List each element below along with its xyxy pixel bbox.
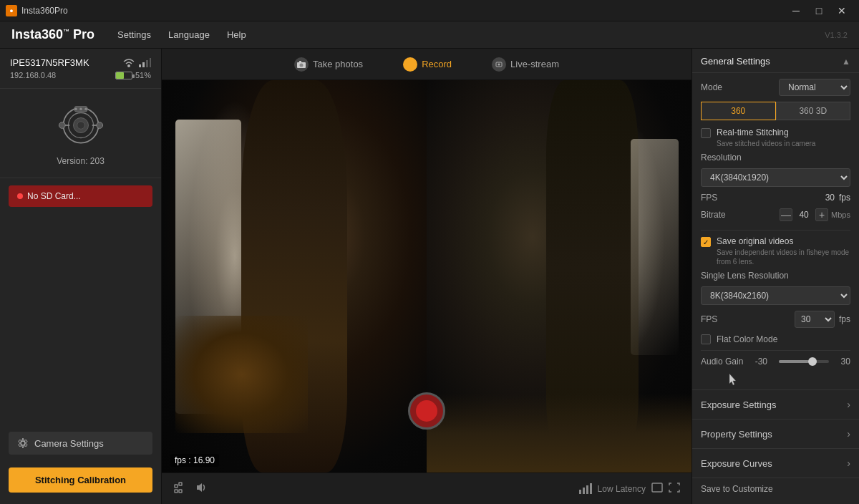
resolution-label: Resolution bbox=[701, 152, 742, 163]
menu-settings[interactable]: Settings bbox=[117, 26, 151, 43]
svg-point-8 bbox=[77, 122, 84, 130]
stream-icon bbox=[495, 61, 503, 68]
audio-icon[interactable] bbox=[195, 481, 208, 496]
single-lens-select[interactable]: 8K(3840x2160) 4K(1920x1080) 2K(960x540) bbox=[701, 286, 850, 305]
window-icon[interactable] bbox=[651, 483, 663, 495]
realtime-stitching-checkbox[interactable] bbox=[701, 128, 711, 138]
tab-360[interactable]: 360 bbox=[701, 102, 776, 120]
cursor-area bbox=[701, 372, 850, 384]
exposure-curves-header[interactable]: Exposure Curves › bbox=[692, 449, 859, 478]
exposure-curves-arrow: › bbox=[847, 457, 850, 469]
general-settings-chevron: ▲ bbox=[842, 57, 850, 67]
record-button-overlay[interactable] bbox=[408, 392, 445, 430]
fisheye-left bbox=[162, 80, 427, 472]
save-customize-label[interactable]: Save to Customize bbox=[701, 484, 773, 494]
svg-point-19 bbox=[300, 63, 304, 67]
version-text: Version: 203 bbox=[57, 156, 105, 166]
maximize-button[interactable]: □ bbox=[807, 0, 830, 21]
device-ip-row: 192.168.0.48 51% bbox=[10, 71, 151, 79]
fps-value-row: 30 fps bbox=[825, 193, 850, 203]
save-original-label: Save original videos bbox=[717, 236, 850, 246]
cursor-arrow-icon bbox=[728, 372, 739, 387]
fullscreen-icon bbox=[669, 483, 680, 493]
close-button[interactable]: ✕ bbox=[830, 0, 853, 21]
svg-rect-2 bbox=[142, 62, 145, 67]
settings-gear-icon bbox=[173, 481, 186, 494]
window-controls: ─ □ ✕ bbox=[785, 0, 853, 21]
settings-icon[interactable] bbox=[173, 481, 186, 496]
stitching-calibration-button[interactable]: Stitching Calibration bbox=[9, 467, 152, 493]
fps2-label: FPS bbox=[701, 314, 717, 324]
fisheye-right bbox=[427, 80, 691, 472]
svg-point-17 bbox=[21, 441, 25, 445]
mode-label: Mode bbox=[701, 82, 722, 92]
mode-select[interactable]: Normal bbox=[779, 79, 850, 96]
camera-settings-button[interactable]: Camera Settings bbox=[9, 432, 152, 455]
record-button[interactable]: Record bbox=[397, 54, 457, 74]
livestream-label: Live-stream bbox=[510, 59, 559, 69]
audio-slider-thumb[interactable] bbox=[808, 357, 817, 366]
bitrate-controls: — 40 + Mbps bbox=[780, 208, 850, 221]
menu-help[interactable]: Help bbox=[227, 26, 246, 43]
audio-gain-slider[interactable] bbox=[779, 360, 829, 363]
svg-point-12 bbox=[96, 122, 102, 129]
svg-rect-26 bbox=[175, 490, 178, 493]
property-settings-header[interactable]: Property Settings › bbox=[692, 420, 859, 448]
flat-color-row: Flat Color Mode bbox=[701, 334, 850, 344]
resolution-label-row: Resolution bbox=[701, 152, 850, 163]
fps-unit: fps bbox=[839, 193, 850, 203]
svg-rect-21 bbox=[406, 62, 412, 67]
property-settings-section: Property Settings › bbox=[692, 419, 859, 448]
livestream-button[interactable]: Live-stream bbox=[486, 54, 565, 74]
camera-icon-area: Version: 203 bbox=[0, 89, 161, 178]
mode-row: Mode Normal bbox=[701, 79, 850, 96]
svg-rect-25 bbox=[179, 483, 182, 485]
signal-icon bbox=[138, 58, 151, 68]
save-original-checkbox[interactable]: ✓ bbox=[701, 237, 711, 247]
device-icons bbox=[122, 58, 151, 68]
record-label: Record bbox=[422, 59, 452, 69]
fps2-select[interactable]: 30 60 24 bbox=[795, 311, 835, 328]
single-lens-label: Single Lens Resolution bbox=[701, 271, 789, 281]
minimize-button[interactable]: ─ bbox=[785, 0, 807, 21]
svg-point-15 bbox=[79, 108, 82, 111]
tab-360-3d[interactable]: 360 3D bbox=[776, 102, 851, 120]
audio-gain-min: -30 bbox=[755, 357, 767, 367]
general-settings-content: Mode Normal 360 360 3D Real-time Stitchi… bbox=[692, 73, 859, 389]
flat-color-label: Flat Color Mode bbox=[717, 334, 777, 344]
svg-point-16 bbox=[84, 108, 87, 111]
fullscreen-icon[interactable] bbox=[669, 483, 680, 495]
take-photos-button[interactable]: Take photos bbox=[288, 54, 369, 74]
bitrate-unit: Mbps bbox=[831, 210, 850, 219]
menu-items: Settings Language Help bbox=[117, 26, 246, 43]
record-icon bbox=[403, 57, 417, 72]
fps-value: 30 bbox=[825, 193, 835, 203]
exposure-curves-section: Exposure Curves › bbox=[692, 448, 859, 478]
title-text: Insta360Pro bbox=[21, 6, 68, 16]
preview-area: Take photos Record Live- bbox=[162, 49, 691, 504]
bitrate-minus-button[interactable]: — bbox=[780, 208, 792, 221]
main-content: IPE5317N5RF3MK 192.168.0. bbox=[0, 49, 859, 504]
svg-point-0 bbox=[127, 64, 130, 67]
preview-toolbar: Take photos Record Live- bbox=[162, 49, 691, 80]
brand-name: Insta360™ Pro bbox=[11, 27, 94, 42]
menu-language[interactable]: Language bbox=[168, 26, 210, 43]
flat-color-checkbox[interactable] bbox=[701, 334, 711, 344]
signal-bars-icon bbox=[579, 483, 592, 494]
record-stop-button[interactable] bbox=[408, 392, 445, 430]
general-settings-title: General Settings bbox=[701, 56, 770, 67]
svg-rect-4 bbox=[150, 58, 151, 67]
svg-rect-20 bbox=[299, 61, 301, 63]
exposure-settings-label: Exposure Settings bbox=[701, 399, 777, 410]
bitrate-plus-button[interactable]: + bbox=[815, 208, 828, 221]
camera-illustration bbox=[56, 100, 106, 150]
exposure-curves-label: Exposure Curves bbox=[701, 458, 772, 469]
battery-fill bbox=[116, 72, 124, 79]
resolution-select[interactable]: 4K(3840x1920) 3K(2880x1440) 2K(2048x1024… bbox=[701, 168, 850, 187]
version-label: V1.3.2 bbox=[825, 31, 848, 39]
exposure-settings-header[interactable]: Exposure Settings › bbox=[692, 390, 859, 419]
gear-icon bbox=[17, 437, 29, 449]
battery-indicator: 51% bbox=[115, 71, 151, 79]
error-dot bbox=[17, 193, 23, 199]
preview-video: fps : 16.90 bbox=[162, 80, 691, 472]
